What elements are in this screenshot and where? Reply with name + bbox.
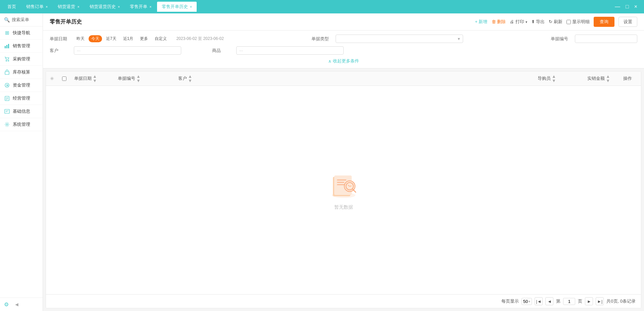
- show-detail-checkbox[interactable]: [566, 20, 571, 24]
- basic-info-icon: [4, 108, 10, 114]
- sidebar-item-operations[interactable]: 经营管理: [0, 92, 43, 105]
- filter-row-1: 单据日期 昨天 今天 近7天 近1月 更多 自定义 2023-06-02 至 2…: [50, 35, 637, 43]
- tab-sales-return-history[interactable]: 销货退货历史 ×: [85, 2, 125, 12]
- sidebar-item-finance[interactable]: 资金管理: [0, 79, 43, 92]
- filter-row-2: 客户 ··· 商品 ···: [50, 46, 637, 55]
- th-guide-label: 导购员: [538, 75, 551, 82]
- th-customer[interactable]: 客户 ▲▼: [174, 74, 534, 83]
- set-button[interactable]: 设置: [618, 17, 637, 27]
- tab-retail-history[interactable]: 零售开单历史 ×: [157, 2, 197, 12]
- collapse-sidebar-icon[interactable]: ◄: [14, 302, 19, 308]
- doc-num-label: 单据编号: [551, 36, 569, 42]
- doc-type-select[interactable]: ▾: [336, 35, 463, 43]
- date-btn-today[interactable]: 今天: [89, 35, 102, 42]
- settings-icon[interactable]: ⚙: [4, 301, 9, 308]
- svg-rect-0: [5, 46, 6, 48]
- minimize-button[interactable]: —: [613, 4, 622, 10]
- tab-close-sales-order[interactable]: ×: [46, 5, 48, 9]
- th-date-label: 单据日期: [74, 75, 92, 82]
- operations-icon: [4, 95, 10, 101]
- empty-icon: [327, 170, 360, 200]
- sidebar: 🔍 搜索采单 ⊞ 快捷导航 销售管理 采购管理 库存核算: [0, 13, 43, 311]
- th-date[interactable]: 单据日期 ▲▼: [70, 74, 114, 83]
- sidebar-item-label: 库存核算: [13, 69, 30, 75]
- th-customer-label: 客户: [178, 75, 187, 82]
- goods-label: 商品: [212, 48, 231, 54]
- th-checkbox[interactable]: [58, 76, 70, 81]
- tab-close-sales-return[interactable]: ×: [77, 5, 79, 9]
- sidebar-item-inventory[interactable]: 库存核算: [0, 66, 43, 79]
- empty-state: 暂无数据: [46, 86, 641, 294]
- system-icon: [4, 121, 10, 127]
- date-btn-7days[interactable]: 近7天: [103, 35, 119, 42]
- th-settings[interactable]: [46, 76, 58, 81]
- customer-select[interactable]: ···: [74, 46, 181, 55]
- th-amount-label: 实销金额: [587, 75, 605, 82]
- print-button[interactable]: 🖨 打印 ▾: [510, 19, 527, 25]
- delete-button[interactable]: 🗑 删除: [492, 19, 506, 25]
- th-amount[interactable]: 实销金额 ▲▼: [574, 74, 614, 83]
- tab-close-retail-open[interactable]: ×: [149, 5, 151, 9]
- collapse-label: 收起更多条件: [333, 58, 359, 64]
- date-range-display: 2023-06-02 至 2023-06-02: [176, 36, 224, 42]
- svg-point-4: [8, 60, 9, 61]
- date-btn-custom[interactable]: 自定义: [152, 35, 169, 42]
- first-page-button[interactable]: |◄: [535, 297, 543, 305]
- sidebar-item-quick-nav[interactable]: ⊞ 快捷导航: [0, 27, 43, 40]
- empty-text: 暂无数据: [334, 204, 353, 210]
- page-title: 零售开单历史: [50, 18, 82, 25]
- prev-page-button[interactable]: ◄: [545, 297, 553, 305]
- tab-home[interactable]: 首页: [3, 2, 21, 12]
- tab-retail-open[interactable]: 零售开单 ×: [125, 2, 156, 12]
- print-dropdown-icon: ▾: [526, 20, 527, 24]
- next-page-button[interactable]: ►: [585, 297, 593, 305]
- table-header: 单据日期 ▲▼ 单据编号 ▲▼ 客户 ▲▼ 导购员 ▲▼ 实销金额 ▲▼: [46, 71, 641, 86]
- tab-sales-order[interactable]: 销售订单 ×: [21, 2, 52, 12]
- doc-num-input[interactable]: [575, 35, 637, 43]
- per-page-select[interactable]: 50 ▾: [522, 298, 532, 305]
- refresh-button[interactable]: ↻ 刷新: [549, 19, 562, 25]
- th-guide[interactable]: 导购员 ▲▼: [534, 74, 574, 83]
- sidebar-bottom: ⚙ ◄: [0, 298, 43, 311]
- last-page-button[interactable]: ►|: [596, 297, 604, 305]
- main-layout: 🔍 搜索采单 ⊞ 快捷导航 销售管理 采购管理 库存核算: [0, 13, 644, 311]
- svg-point-3: [6, 60, 7, 61]
- num-sort-icon: ▲▼: [136, 74, 141, 83]
- tab-sales-return[interactable]: 销货退货 ×: [53, 2, 84, 12]
- goods-placeholder: ···: [239, 48, 243, 53]
- date-btn-yesterday[interactable]: 昨天: [74, 35, 87, 42]
- sidebar-item-system[interactable]: 系统管理: [0, 118, 43, 131]
- date-btn-more[interactable]: 更多: [137, 35, 151, 42]
- collapse-filter-btn[interactable]: ∧ 收起更多条件: [328, 58, 359, 64]
- sidebar-item-label: 资金管理: [13, 82, 30, 88]
- sidebar-search[interactable]: 🔍 搜索采单: [0, 13, 43, 27]
- query-button[interactable]: 查询: [594, 17, 614, 27]
- sidebar-item-purchase-mgmt[interactable]: 采购管理: [0, 53, 43, 66]
- goods-select[interactable]: ···: [236, 46, 344, 55]
- page-number-input[interactable]: 1: [563, 298, 575, 305]
- sidebar-item-label: 采购管理: [13, 56, 30, 62]
- collapse-icon: ∧: [328, 59, 332, 64]
- maximize-button[interactable]: □: [624, 4, 630, 10]
- window-controls: — □ ×: [613, 4, 641, 10]
- sidebar-search-label: 搜索采单: [12, 17, 29, 23]
- sidebar-item-label: 快捷导航: [13, 30, 30, 36]
- sidebar-item-sales-mgmt[interactable]: 销售管理: [0, 40, 43, 53]
- show-detail-checkbox-group: 显示明细: [566, 19, 590, 25]
- svg-rect-15: [337, 182, 344, 183]
- select-all-checkbox[interactable]: [62, 76, 66, 81]
- sidebar-item-basic-info[interactable]: 基础信息: [0, 105, 43, 118]
- add-button[interactable]: + 新增: [475, 19, 487, 25]
- svg-point-9: [6, 124, 8, 125]
- svg-line-19: [353, 189, 356, 192]
- tab-close-sales-return-history[interactable]: ×: [118, 5, 120, 9]
- date-btn-1month[interactable]: 近1月: [120, 35, 136, 42]
- export-button[interactable]: ⬆ 导出: [531, 19, 545, 25]
- th-num-label: 单据编号: [118, 75, 135, 82]
- sidebar-item-label: 销售管理: [13, 43, 30, 49]
- page-word: 第: [556, 298, 560, 304]
- close-button[interactable]: ×: [633, 4, 639, 10]
- quick-nav-icon: ⊞: [4, 30, 10, 36]
- th-num[interactable]: 单据编号 ▲▼: [114, 74, 174, 83]
- tab-close-retail-history[interactable]: ×: [190, 5, 192, 9]
